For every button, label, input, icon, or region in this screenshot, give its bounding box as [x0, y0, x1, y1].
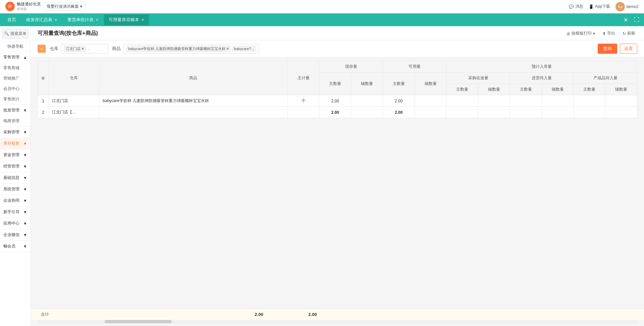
row1-warehouse: 江北门店: [49, 95, 99, 107]
query-btn[interactable]: 查询: [598, 44, 617, 54]
tab-home[interactable]: 首页: [3, 14, 21, 25]
tab-receive-close[interactable]: ✕: [54, 18, 57, 22]
filter-product-label: 商品: [112, 46, 121, 52]
user-area[interactable]: Ea demo2: [615, 2, 639, 11]
tab-close-all-btn[interactable]: ✕: [622, 16, 630, 24]
sidebar-weixin-header[interactable]: 企业微信 ▼: [0, 229, 31, 240]
table-settings-header[interactable]: ⚙: [38, 61, 49, 95]
horizontal-scrollbar[interactable]: [38, 320, 637, 323]
sidebar-section-operation: 经营管理 ▼: [0, 161, 31, 172]
row2-incorder-main: [510, 107, 542, 118]
sidebar-purchase-header[interactable]: 采购管理 ▼: [0, 127, 31, 138]
quick-nav-btn[interactable]: 快捷导航: [0, 42, 31, 52]
filter-product-group: 商品 babycare学饮杯 儿童防摔防撞吸管杯重力球吸嘴杯宝宝水杯 ✕ bab…: [112, 44, 259, 54]
chevron-down-icon11: ▼: [23, 233, 27, 237]
messages-btn[interactable]: 💬 消息: [569, 4, 583, 9]
sidebar-item-retail-stats[interactable]: 零售统计: [0, 94, 31, 104]
tag-close-icon[interactable]: ✕: [81, 47, 84, 51]
page-header: 可用量查询(按仓库+商品) 🖨 按模板打印 ▾ ⬆ 导出 ↻ 刷新: [31, 26, 644, 40]
sidebar-retail-header[interactable]: 零售管理 ▲: [0, 52, 31, 63]
sidebar-enterprise-header[interactable]: 企业协同 ▼: [0, 195, 31, 206]
table-purchase-aux: 辅数量: [478, 84, 510, 95]
tab-order-stats-close[interactable]: ✕: [96, 18, 99, 22]
user-name: demo2: [626, 4, 639, 9]
nav-tabs: 首页 收发存汇总表 ✕ 要货单统计表 ✕ 可用量库存账本 ✕ ✕ ⛶: [0, 13, 644, 26]
row1-product: babycare学饮杯 儿童防摔防撞吸管杯重力球吸嘴杯宝宝水杯: [99, 95, 287, 107]
tab-available-stock-close[interactable]: ✕: [141, 18, 144, 22]
table-incorder-aux: 辅数量: [542, 84, 574, 95]
sidebar-section-retail: 零售管理 ▲ 零售商城 营销推广 会员中心 零售统计: [0, 52, 31, 105]
print-btn[interactable]: 🖨 按模板打印 ▾: [564, 30, 597, 37]
chevron-down-icon9: ▼: [23, 210, 27, 215]
sidebar-basic-header[interactable]: 基础信息 ▼: [0, 172, 31, 183]
export-icon: ⬆: [602, 31, 606, 36]
row2-unit: [287, 107, 319, 118]
row1-no: 1: [38, 95, 49, 107]
sidebar-appcenter-header[interactable]: 应用中心 ▼: [0, 218, 31, 229]
row2-incorder-aux: [542, 107, 574, 118]
tab-receive[interactable]: 收发存汇总表 ✕: [21, 14, 62, 25]
chevron-down-icon: ▼: [23, 108, 27, 113]
table-warehouse-header: 仓库: [49, 61, 99, 95]
sidebar-operation-header[interactable]: 经营管理 ▼: [0, 161, 31, 172]
sidebar-item-marketing[interactable]: 营销推广: [0, 73, 31, 84]
refresh-btn[interactable]: ↻ 刷新: [621, 30, 637, 37]
table-avail-aux-header: 辅数量: [415, 73, 446, 95]
sidebar-item-mall[interactable]: 零售商城: [0, 63, 31, 73]
logo-text-block: 畅捷通好生意 标准版: [17, 2, 41, 11]
tab-available-stock-label: 可用量库存账本: [109, 17, 139, 23]
top-bar-right: 💬 消息 📱 App下载 Ea demo2: [569, 2, 639, 11]
row1-production-aux: [605, 95, 637, 107]
data-table: ⚙ 仓库 商品 主计量 现存量 可用量 预计入库量 主数量 辅数量 主数量 辅数…: [38, 61, 637, 118]
filter-expand-btn[interactable]: »: [38, 45, 46, 53]
table-purchase-header: 采购在途量: [446, 73, 510, 84]
logo-sub: 标准版: [17, 7, 41, 11]
logo-app-name: 畅捷通好生意: [17, 2, 41, 6]
sidebar-item-members[interactable]: 会员中心: [0, 84, 31, 94]
settings-btn[interactable]: 设置: [620, 44, 637, 54]
app-icon: 📱: [589, 4, 594, 9]
sidebar-wholesale-header[interactable]: 批发管理 ▼: [0, 105, 31, 116]
tab-order-stats[interactable]: 要货单统计表 ✕: [63, 14, 103, 25]
scrollbar-thumb[interactable]: [105, 320, 172, 323]
footer-label: 合计: [38, 312, 91, 317]
product-tag-close-icon[interactable]: ✕: [226, 47, 229, 51]
chevron-down-icon10: ▼: [23, 221, 27, 226]
row1-stock-main: 2.00: [319, 95, 351, 107]
sidebar-section-weixin: 企业微信 ▼: [0, 229, 31, 241]
sidebar-guide-header[interactable]: 新手引导 ▼: [0, 206, 31, 218]
filter-warehouse-dots[interactable]: ...: [87, 46, 91, 51]
sidebar-item-ecommerce[interactable]: 电商管理: [0, 116, 31, 126]
filter-product-tag: babycare学饮杯 儿童防摔防撞吸管杯重力球吸嘴杯宝宝水杯 ✕: [126, 46, 231, 52]
filter-product-input[interactable]: babycare学饮杯 儿童防摔防撞吸管杯重力球吸嘴杯宝宝水杯 ✕ babyca…: [123, 44, 259, 54]
page-header-actions: 🖨 按模板打印 ▾ ⬆ 导出 ↻ 刷新: [564, 30, 637, 37]
table-production-aux: 辅数量: [605, 84, 637, 95]
row2-stock-aux: [351, 107, 383, 118]
search-menu-btn[interactable]: 🔍 搜索菜单: [2, 29, 29, 39]
table-stock-aux-header: 辅数量: [351, 73, 383, 95]
tab-available-stock[interactable]: 可用量库存账本 ✕: [104, 14, 149, 25]
table-row: 1 江北门店 babycare学饮杯 儿童防摔防撞吸管杯重力球吸嘴杯宝宝水杯 个…: [38, 95, 637, 107]
sidebar-inventory-header[interactable]: 库存核算 ▼: [0, 138, 31, 149]
filter-warehouse-group: 仓库 江北门店 ✕ ...: [50, 44, 108, 54]
table-row: 2 江北门店【... 2.00 2.00: [38, 107, 637, 118]
filter-bar: » 仓库 江北门店 ✕ ... 商品 babycare学饮杯 儿童防摔防撞吸管杯…: [31, 40, 644, 57]
sidebar-system-header[interactable]: 系统管理 ▼: [0, 184, 31, 195]
filter-warehouse-input[interactable]: 江北门店 ✕ ...: [61, 44, 108, 54]
table-stock-header: 现存量: [319, 61, 383, 73]
table-production-header: 产成品待入量: [574, 73, 637, 84]
sidebar: 🔍 搜索菜单 快捷导航 零售管理 ▲ 零售商城 营销推广 会员中心 零售统计 批…: [0, 26, 31, 326]
org-name: 母婴行业演示账套: [47, 4, 79, 9]
row1-purchase-aux: [478, 95, 510, 107]
tab-expand-btn[interactable]: ⛶: [632, 16, 641, 24]
sidebar-section-purchase: 采购管理 ▼: [0, 127, 31, 138]
sidebar-finance-header[interactable]: 资金管理 ▼: [0, 149, 31, 160]
app-download-btn[interactable]: 📱 App下载: [589, 4, 610, 9]
sidebar-member-header[interactable]: 畅会员 ▼: [0, 241, 31, 252]
top-bar-left: 好 畅捷通好生意 标准版 母婴行业演示账套 ▾: [5, 2, 85, 11]
sidebar-search-area: 🔍 搜索菜单: [0, 26, 31, 42]
org-selector[interactable]: 母婴行业演示账套 ▾: [44, 2, 85, 11]
export-btn[interactable]: ⬆ 导出: [600, 30, 617, 37]
table-incoming-header: 预计入库量: [446, 61, 637, 73]
table-incorder-main: 主数量: [510, 84, 542, 95]
